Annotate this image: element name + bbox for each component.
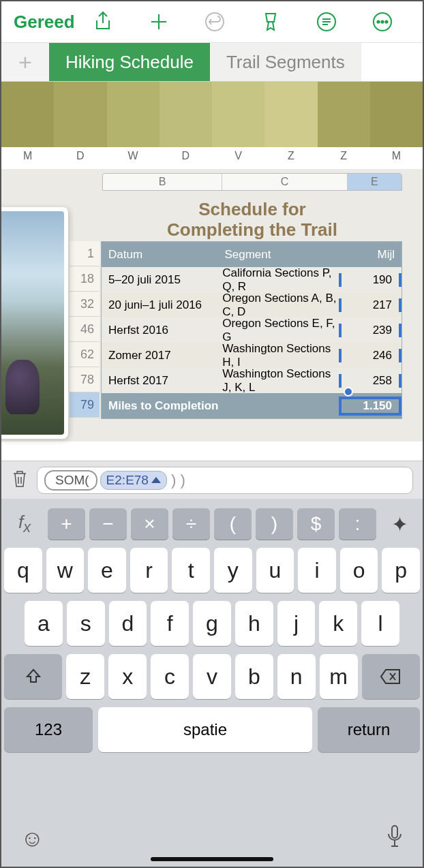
fx-button[interactable]: fx (5, 512, 44, 536)
key-v[interactable]: v (193, 654, 231, 699)
col-header-c[interactable]: C (222, 174, 347, 190)
key-f[interactable]: f (151, 601, 189, 646)
sheet-tabs: + Hiking Schedule Trail Segments (1, 42, 423, 82)
key-m[interactable]: m (320, 654, 358, 699)
delete-formula-button[interactable] (11, 469, 29, 492)
row-headers[interactable]: 1183246627879 (70, 241, 100, 418)
op-minus[interactable]: − (89, 508, 127, 540)
op-dollar[interactable]: $ (297, 508, 335, 540)
key-i[interactable]: i (298, 548, 336, 593)
table-row[interactable]: 5–20 juli 2015California Sections P, Q, … (102, 267, 402, 292)
op-plus[interactable]: + (48, 508, 85, 540)
key-o[interactable]: o (340, 548, 378, 593)
share-icon[interactable] (88, 7, 118, 37)
range-token[interactable]: E2:E78 (100, 471, 167, 490)
selection-handle[interactable] (344, 387, 353, 397)
key-g[interactable]: g (193, 601, 231, 646)
key-u[interactable]: u (256, 548, 294, 593)
op-rparen[interactable]: ) (256, 508, 293, 540)
col-header-b[interactable]: B (103, 174, 222, 190)
key-l[interactable]: l (361, 601, 399, 646)
data-table[interactable]: DatumSegmentMijl 5–20 juli 2015Californi… (101, 241, 402, 419)
key-y[interactable]: y (214, 548, 252, 593)
key-a[interactable]: a (25, 601, 63, 646)
key-w[interactable]: w (46, 548, 85, 593)
dictation-key[interactable] (386, 824, 404, 852)
key-r[interactable]: r (130, 548, 168, 593)
add-sheet-button[interactable]: + (1, 43, 49, 81)
format-brush-icon[interactable] (256, 7, 286, 37)
space-key[interactable]: spatie (98, 707, 312, 752)
svg-point-5 (385, 20, 387, 22)
keyboard: fx + − × ÷ ( ) $ : ✦ qwertyuiop asdfghjk… (1, 499, 423, 867)
calendar-color-strip (1, 82, 423, 147)
shift-key[interactable] (4, 654, 62, 699)
key-h[interactable]: h (235, 601, 273, 646)
table-row[interactable]: Herfst 2016Oregon Sections E, F, G239 (102, 317, 402, 343)
table-row[interactable]: Herfst 2017Washington Sections J, K, L25… (102, 368, 402, 393)
photo-image (0, 211, 64, 435)
total-cell: 1.150 (339, 397, 402, 416)
tab-hiking-schedule[interactable]: Hiking Schedule (49, 43, 210, 81)
key-c[interactable]: c (151, 654, 189, 699)
done-button[interactable]: Gereed (14, 12, 75, 33)
return-key[interactable]: return (318, 707, 420, 752)
op-colon[interactable]: : (339, 508, 376, 540)
key-q[interactable]: q (4, 548, 42, 593)
numbers-key[interactable]: 123 (4, 707, 93, 752)
column-headers[interactable]: B C E (102, 173, 402, 191)
key-t[interactable]: t (172, 548, 210, 593)
more-icon[interactable] (367, 7, 397, 37)
table-total-row[interactable]: Miles to Completion1.150 (102, 393, 402, 418)
svg-point-3 (377, 20, 379, 22)
op-lparen[interactable]: ( (214, 508, 252, 540)
svg-point-4 (381, 20, 383, 22)
table-title: Schedule forCompleting the Trail (104, 199, 401, 240)
formula-bar: SOM( E2:E78 ) ) (1, 461, 423, 499)
key-j[interactable]: j (277, 601, 316, 646)
op-divide[interactable]: ÷ (172, 508, 210, 540)
key-p[interactable]: p (382, 548, 420, 593)
function-token[interactable]: SOM( (44, 470, 97, 491)
key-d[interactable]: d (109, 601, 147, 646)
key-z[interactable]: z (66, 654, 104, 699)
backspace-key[interactable] (362, 654, 420, 699)
key-k[interactable]: k (319, 601, 357, 646)
add-icon[interactable] (144, 7, 174, 37)
op-multiply[interactable]: × (131, 508, 168, 540)
svg-rect-6 (392, 826, 397, 838)
bolt-icon[interactable]: ✦ (380, 512, 419, 536)
key-x[interactable]: x (108, 654, 147, 699)
key-e[interactable]: e (88, 548, 126, 593)
close-paren: ) ) (171, 471, 185, 489)
col-header-e[interactable]: E (348, 174, 402, 190)
key-n[interactable]: n (277, 654, 316, 699)
chevron-up-icon (151, 477, 161, 483)
home-indicator (151, 857, 273, 861)
table-row[interactable]: Zomer 2017Washington Sections H, I246 (102, 343, 402, 368)
emoji-key[interactable]: ☺ (20, 825, 44, 852)
toolbar: Gereed (1, 1, 423, 42)
weekday-row: MDWDVZZM (1, 147, 423, 169)
key-s[interactable]: s (67, 601, 105, 646)
table-header-row: DatumSegmentMijl (102, 242, 402, 267)
formula-input[interactable]: SOM( E2:E78 ) ) (37, 467, 413, 494)
tab-trail-segments[interactable]: Trail Segments (210, 43, 361, 81)
photo-card[interactable] (0, 207, 68, 439)
key-b[interactable]: b (235, 654, 273, 699)
list-icon[interactable] (312, 7, 342, 37)
undo-icon (200, 7, 230, 37)
table-row[interactable]: 20 juni–1 juli 2016Oregon Sections A, B,… (102, 292, 402, 317)
